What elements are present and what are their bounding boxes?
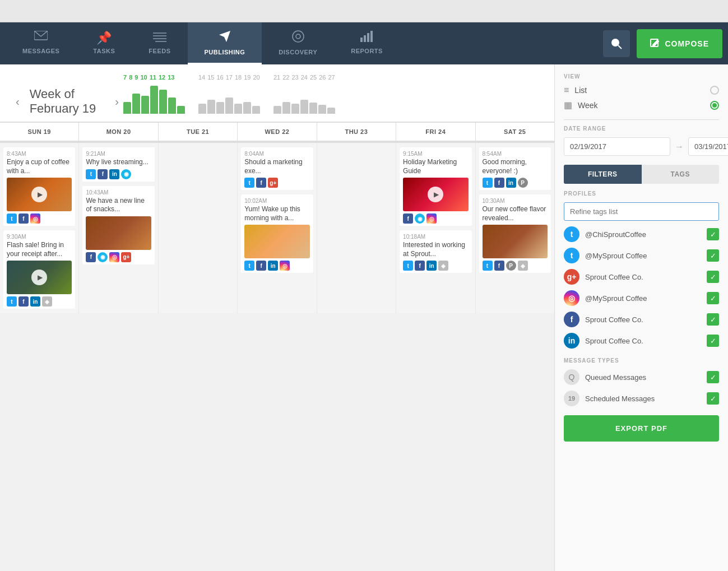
profile-checkbox[interactable]: ✓ bbox=[707, 313, 719, 326]
facebook-icon: f bbox=[494, 261, 504, 271]
profile-checkbox[interactable]: ✓ bbox=[707, 335, 719, 347]
play-button[interactable] bbox=[428, 187, 443, 202]
svg-rect-11 bbox=[367, 33, 369, 42]
event-sat25-1[interactable]: 8:54AM Good morning, everyone! :) t f in… bbox=[479, 147, 551, 190]
view-option-list[interactable]: ≡ List bbox=[564, 85, 719, 95]
event-fri24-1[interactable]: 9:15AM Holiday Marketing Guide f ◉ ◎ bbox=[400, 147, 471, 226]
event-text: Our new coffee flavor revealed... bbox=[483, 205, 548, 222]
profile-name: Sprout Coffee Co. bbox=[585, 315, 701, 324]
event-wed22-1[interactable]: 8:04AM Should a marketing exe... t f g+ bbox=[241, 147, 313, 190]
bar bbox=[291, 104, 299, 114]
filter-tags-tabs: FILTERS TAGS bbox=[564, 165, 719, 184]
nav-discovery[interactable]: DISCOVERY bbox=[262, 22, 334, 64]
facebook-icon: f bbox=[86, 252, 96, 262]
event-sun19-2[interactable]: 9:30AM Flash sale! Bring in your receipt… bbox=[3, 230, 75, 309]
social-icons: t f in ◉ bbox=[86, 169, 151, 179]
compose-label: COMPOSE bbox=[665, 39, 709, 48]
queued-label: Queued Messages bbox=[585, 373, 701, 382]
header-tue: TUE 21 bbox=[159, 123, 238, 142]
profile-search-input[interactable] bbox=[564, 202, 719, 221]
profile-checkbox[interactable]: ✓ bbox=[707, 249, 719, 262]
week-nav: ‹ Week of February 19 › bbox=[11, 70, 123, 116]
week2-nums: 14 15 16 17 18 19 20 bbox=[198, 74, 260, 114]
svg-point-7 bbox=[293, 31, 304, 42]
nav-discovery-label: DISCOVERY bbox=[279, 49, 317, 55]
nav-publishing[interactable]: PUBLISHING bbox=[188, 22, 262, 64]
col-wed22: 8:04AM Should a marketing exe... t f g+ … bbox=[238, 143, 317, 313]
profile-checkbox[interactable]: ✓ bbox=[707, 292, 719, 304]
event-mon20-2[interactable]: 10:43AM We have a new line of snacks... … bbox=[82, 186, 154, 264]
profile-mysproutig: ◎ @MySprout Coffee ✓ bbox=[564, 290, 719, 306]
event-sun19-1[interactable]: 8:43AM Enjoy a cup of coffee with a... t… bbox=[3, 147, 75, 226]
tags-tab[interactable]: TAGS bbox=[642, 165, 720, 184]
date-from-input[interactable] bbox=[564, 137, 670, 156]
event-time: 9:21AM bbox=[86, 151, 151, 157]
facebook-icon: f bbox=[18, 213, 29, 224]
col-sat25: 8:54AM Good morning, everyone! :) t f in… bbox=[476, 143, 554, 313]
message-types-label: MESSAGE TYPES bbox=[564, 358, 719, 364]
vine-icon: ◉ bbox=[98, 252, 108, 262]
event-time: 10:43AM bbox=[86, 189, 151, 196]
prev-week-button[interactable]: ‹ bbox=[11, 93, 24, 110]
twitter-icon: t bbox=[7, 213, 17, 224]
facebook-icon: f bbox=[256, 261, 266, 271]
feeds-icon bbox=[153, 31, 166, 45]
event-text: Should a marketing exe... bbox=[244, 158, 309, 175]
social-icons: t f in ◎ bbox=[244, 261, 309, 271]
event-time: 10:02AM bbox=[244, 198, 309, 204]
profile-checkbox[interactable]: ✓ bbox=[707, 271, 719, 283]
week1-nums: 7 8 9 10 11 12 13 bbox=[123, 74, 185, 114]
col-fri24: 9:15AM Holiday Marketing Guide f ◉ ◎ 10:… bbox=[396, 143, 475, 313]
view-options: ≡ List ▦ Week bbox=[564, 85, 719, 110]
date-range: → bbox=[564, 137, 719, 156]
profile-name: @MySprout Coffee bbox=[585, 252, 701, 260]
twitter-icon: t bbox=[244, 261, 254, 271]
instagram-icon: ◎ bbox=[426, 213, 437, 224]
profile-name: Sprout Coffee Co. bbox=[585, 273, 701, 281]
social-icons: t f P ◈ bbox=[483, 261, 548, 271]
twitter-icon: t bbox=[483, 178, 493, 188]
view-section: VIEW ≡ List ▦ Week bbox=[564, 73, 719, 110]
export-pdf-button[interactable]: EXPORT PDF bbox=[564, 415, 719, 442]
svg-point-13 bbox=[612, 39, 619, 46]
profile-mysprout: t @MySprout Coffee ✓ bbox=[564, 248, 719, 263]
compose-button[interactable]: COMPOSE bbox=[637, 29, 722, 58]
nav-messages[interactable]: MESSAGES bbox=[6, 22, 76, 64]
list-radio[interactable] bbox=[710, 86, 719, 95]
scheduled-label: Scheduled Messages bbox=[585, 394, 701, 403]
queued-checkbox[interactable]: ✓ bbox=[707, 371, 719, 383]
nav-tasks[interactable]: 📌 TASKS bbox=[76, 22, 132, 64]
nav-feeds[interactable]: FEEDS bbox=[132, 22, 187, 64]
calendar-area: ‹ Week of February 19 › 7 8 9 10 11 12 bbox=[0, 64, 554, 571]
week-label: Week of February 19 bbox=[30, 87, 105, 116]
event-text: Yum! Wake up this morning with a... bbox=[244, 205, 309, 222]
bar bbox=[234, 104, 242, 114]
play-button[interactable] bbox=[31, 187, 47, 202]
view-option-week[interactable]: ▦ Week bbox=[564, 100, 719, 110]
profile-checkbox[interactable]: ✓ bbox=[707, 228, 719, 240]
filters-tab[interactable]: FILTERS bbox=[564, 165, 642, 184]
week-radio[interactable] bbox=[710, 101, 719, 110]
linkedin-profile-icon: in bbox=[564, 333, 579, 349]
event-mon20-1[interactable]: 9:21AM Why live streaming... t f in ◉ bbox=[82, 147, 154, 182]
list-label: List bbox=[574, 86, 704, 95]
date-to-input[interactable] bbox=[688, 137, 728, 156]
event-sat25-2[interactable]: 10:30AM Our new coffee flavor revealed..… bbox=[479, 194, 551, 273]
header-mon: MON 20 bbox=[79, 123, 158, 142]
tag-icon: ◈ bbox=[438, 261, 448, 271]
date-range-section: DATE RANGE → bbox=[564, 126, 719, 156]
bars-section: 7 8 9 10 11 12 13 14 bbox=[123, 74, 543, 116]
search-button[interactable] bbox=[603, 30, 630, 57]
googleplus-icon: g+ bbox=[121, 252, 131, 262]
event-text: Interested in working at Sprout... bbox=[403, 241, 468, 258]
play-button[interactable] bbox=[31, 270, 47, 285]
top-bar bbox=[0, 0, 728, 22]
next-week-button[interactable]: › bbox=[110, 93, 123, 110]
event-wed22-2[interactable]: 10:02AM Yum! Wake up this morning with a… bbox=[241, 194, 313, 273]
right-panel: VIEW ≡ List ▦ Week DATE RANGE → bbox=[554, 64, 728, 571]
nav-reports[interactable]: REPORTS bbox=[334, 22, 400, 64]
scheduled-checkbox[interactable]: ✓ bbox=[707, 392, 719, 405]
event-fri24-2[interactable]: 10:18AM Interested in working at Sprout.… bbox=[400, 230, 471, 273]
twitter-profile-icon: t bbox=[564, 226, 579, 242]
col-thu23 bbox=[317, 143, 396, 313]
